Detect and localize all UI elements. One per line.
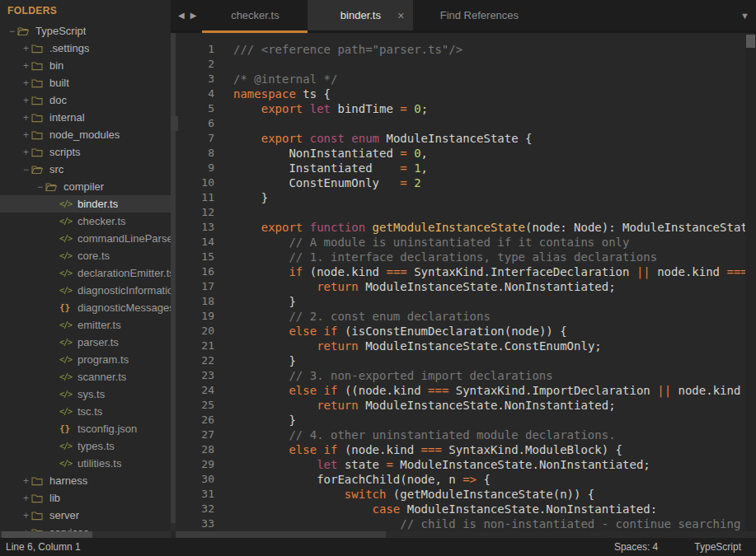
- sidebar-item-settings[interactable]: +.settings: [0, 40, 171, 57]
- editor-vertical-scrollbar[interactable]: [745, 33, 756, 531]
- line-number: 7: [176, 131, 214, 146]
- tab-checker-ts[interactable]: checker.ts: [202, 0, 308, 30]
- sidebar-item-src[interactable]: −src: [0, 161, 171, 178]
- code-line-10[interactable]: 10 ConstEnumOnly = 2: [176, 175, 756, 190]
- code-line-33[interactable]: 33 // child is non-instantiated - contin…: [176, 516, 756, 531]
- expand-icon[interactable]: +: [21, 475, 31, 487]
- sidebar-item-types-ts[interactable]: </>types.ts: [0, 437, 171, 455]
- line-number: 14: [176, 235, 214, 250]
- code-line-20[interactable]: 20 else if (isConstEnumDeclaration(node)…: [176, 324, 756, 339]
- sidebar-item-sys-ts[interactable]: </>sys.ts: [0, 385, 171, 403]
- code-line-2[interactable]: 2: [176, 57, 756, 72]
- expand-icon[interactable]: +: [21, 147, 31, 158]
- sidebar-item-doc[interactable]: +doc: [0, 91, 171, 109]
- collapse-icon[interactable]: −: [21, 164, 31, 175]
- expand-icon[interactable]: +: [21, 493, 31, 504]
- code-line-21[interactable]: 21 return ModuleInstanceState.ConstEnumO…: [176, 339, 756, 353]
- code-line-18[interactable]: 18 }: [176, 294, 756, 309]
- expand-icon[interactable]: +: [21, 43, 31, 54]
- code-line-5[interactable]: 5 export let bindTime = 0;: [176, 101, 756, 116]
- sidebar-item-typescript[interactable]: −TypeScript: [0, 22, 171, 40]
- expand-icon[interactable]: +: [21, 129, 31, 141]
- sidebar-item-diagnosticmessages-json[interactable]: {}diagnosticMessages.json: [0, 299, 171, 316]
- collapse-icon[interactable]: −: [7, 26, 17, 37]
- code-line-27[interactable]: 27 // 4. other uninstantiated module dec…: [176, 428, 756, 442]
- expand-icon[interactable]: +: [21, 510, 31, 521]
- sidebar-horizontal-scrollbar[interactable]: [0, 531, 171, 538]
- code-editor[interactable]: 1/// <reference path="parser.ts"/>23/* @…: [176, 33, 756, 531]
- editor-horizontal-scrollbar[interactable]: [176, 531, 756, 538]
- tab-find-references[interactable]: Find References: [413, 0, 545, 30]
- sidebar-item-node-modules[interactable]: +node_modules: [0, 126, 171, 143]
- code-line-25[interactable]: 25 return ModuleInstanceState.NonInstant…: [176, 398, 756, 413]
- sidebar-item-label: .settings: [49, 42, 89, 54]
- status-right: Spaces: 4 TypeScript: [614, 541, 741, 553]
- syntax-mode[interactable]: TypeScript: [694, 541, 741, 553]
- sidebar-item-binder-ts[interactable]: </>binder.ts: [0, 195, 171, 213]
- line-number: 33: [176, 516, 214, 531]
- code-text: // 4. other uninstantiated module declar…: [214, 428, 616, 442]
- editor-vertical-scrollbar-thumb[interactable]: [746, 35, 755, 48]
- code-line-29[interactable]: 29 let state = ModuleInstanceState.NonIn…: [176, 457, 756, 472]
- tab-close-icon[interactable]: ×: [397, 10, 404, 21]
- code-line-11[interactable]: 11 }: [176, 190, 756, 205]
- sidebar-item-server[interactable]: +server: [0, 507, 171, 524]
- expand-icon[interactable]: +: [21, 77, 31, 89]
- sidebar-item-label: tsc.ts: [77, 405, 102, 418]
- sidebar-item-harness[interactable]: +harness: [0, 472, 171, 489]
- sidebar-item-scripts[interactable]: +scripts: [0, 143, 171, 161]
- sidebar-item-checker-ts[interactable]: </>checker.ts: [0, 213, 171, 230]
- code-line-19[interactable]: 19 // 2. const enum declarations: [176, 309, 756, 324]
- sidebar-item-tsc-ts[interactable]: </>tsc.ts: [0, 403, 171, 420]
- code-text: Instantiated = 1,: [214, 161, 428, 175]
- editor-horizontal-scrollbar-thumb[interactable]: [176, 531, 386, 538]
- sidebar-item-commandlineparser-ts[interactable]: </>commandLineParser.ts: [0, 230, 171, 247]
- nav-back-icon[interactable]: ◀: [178, 11, 185, 20]
- code-line-13[interactable]: 13 export function getModuleInstanceStat…: [176, 220, 756, 235]
- code-line-24[interactable]: 24 else if ((node.kind === SyntaxKind.Im…: [176, 383, 756, 398]
- sidebar-item-utilities-ts[interactable]: </>utilities.ts: [0, 455, 171, 472]
- code-line-22[interactable]: 22 }: [176, 353, 756, 368]
- code-line-8[interactable]: 8 NonInstantiated = 0,: [176, 146, 756, 161]
- sidebar-item-program-ts[interactable]: </>program.ts: [0, 351, 171, 368]
- sidebar-item-internal[interactable]: +internal: [0, 109, 171, 126]
- code-line-6[interactable]: 6: [176, 116, 756, 131]
- code-line-7[interactable]: 7 export const enum ModuleInstanceState …: [176, 131, 756, 146]
- code-line-28[interactable]: 28 else if (node.kind === SyntaxKind.Mod…: [176, 442, 756, 457]
- code-line-26[interactable]: 26 }: [176, 413, 756, 428]
- code-line-23[interactable]: 23 // 3. non-exported import declaration…: [176, 368, 756, 383]
- code-line-12[interactable]: 12: [176, 205, 756, 220]
- code-line-1[interactable]: 1/// <reference path="parser.ts"/>: [176, 42, 756, 57]
- code-line-9[interactable]: 9 Instantiated = 1,: [176, 161, 756, 175]
- indent-setting[interactable]: Spaces: 4: [614, 541, 658, 553]
- tab-overflow-icon[interactable]: ▼: [740, 11, 749, 21]
- sidebar-item-declarationemitter-ts[interactable]: </>declarationEmitter.ts: [0, 264, 171, 282]
- collapse-icon[interactable]: −: [35, 181, 45, 193]
- nav-forward-icon[interactable]: ▶: [190, 11, 197, 20]
- code-line-16[interactable]: 16 if (node.kind === SyntaxKind.Interfac…: [176, 264, 756, 279]
- sidebar-item-core-ts[interactable]: </>core.ts: [0, 247, 171, 264]
- sidebar-item-compiler[interactable]: −compiler: [0, 178, 171, 195]
- code-line-30[interactable]: 30 forEachChild(node, n => {: [176, 472, 756, 487]
- sidebar-item-lib[interactable]: +lib: [0, 489, 171, 507]
- line-number: 21: [176, 339, 214, 353]
- code-line-17[interactable]: 17 return ModuleInstanceState.NonInstant…: [176, 279, 756, 294]
- code-line-15[interactable]: 15 // 1. interface declarations, type al…: [176, 250, 756, 264]
- expand-icon[interactable]: +: [21, 95, 31, 106]
- sidebar-item-emitter-ts[interactable]: </>emitter.ts: [0, 316, 171, 334]
- code-line-14[interactable]: 14 // A module is uninstantiated if it c…: [176, 235, 756, 250]
- sidebar-item-tsconfig-json[interactable]: {}tsconfig.json: [0, 420, 171, 437]
- sidebar-item-built[interactable]: +built: [0, 74, 171, 91]
- code-line-4[interactable]: 4namespace ts {: [176, 86, 756, 101]
- sidebar-item-diagnosticinformationmap-generated-ts[interactable]: </>diagnosticInformationMap.generated.ts: [0, 282, 171, 299]
- code-line-31[interactable]: 31 switch (getModuleInstanceState(n)) {: [176, 487, 756, 502]
- sidebar-horizontal-scrollbar-thumb[interactable]: [2, 531, 92, 538]
- tab-binder-ts[interactable]: binder.ts×: [308, 0, 413, 30]
- sidebar-item-bin[interactable]: +bin: [0, 57, 171, 74]
- code-line-32[interactable]: 32 case ModuleInstanceState.NonInstantia…: [176, 502, 756, 516]
- code-line-3[interactable]: 3/* @internal */: [176, 72, 756, 86]
- expand-icon[interactable]: +: [21, 60, 31, 72]
- sidebar-item-scanner-ts[interactable]: </>scanner.ts: [0, 368, 171, 385]
- sidebar-item-parser-ts[interactable]: </>parser.ts: [0, 334, 171, 351]
- expand-icon[interactable]: +: [21, 112, 31, 124]
